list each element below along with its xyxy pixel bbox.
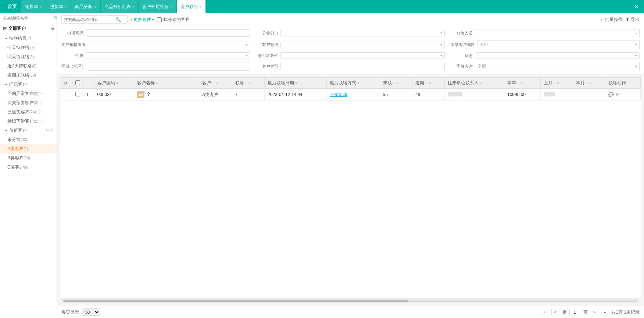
filter-row-customer-level: 客户等级 ▾ <box>256 40 445 49</box>
nav-tab-customer-segment[interactable]: 客户分层经营 × <box>139 0 176 13</box>
nav-tab-customer-segment-close[interactable]: × <box>170 5 172 9</box>
sidebar-item-7days[interactable]: 近7天待联络 (0) <box>0 61 57 71</box>
col-level[interactable]: 客户... ⇅ <box>199 78 232 89</box>
more-conditions-button[interactable]: ▾ 更多条件 ▾ <box>130 17 154 23</box>
sidebar-collapse-icon[interactable]: ◀ <box>51 26 54 31</box>
sidebar-all-customers[interactable]: ⊞ 全部客户 ◀ <box>0 23 57 34</box>
nature-select[interactable]: ▾ <box>86 52 250 59</box>
row-last-method-link[interactable]: 下销货单 <box>330 92 347 97</box>
phone-input[interactable] <box>86 29 250 37</box>
payment-select[interactable]: ▾ <box>280 52 445 59</box>
dept-select[interactable]: ▾ <box>280 30 445 36</box>
retail-attr-select[interactable]: 全部 ▾ <box>477 40 640 49</box>
batch-ops-button[interactable]: ☑ 批量操作 <box>600 17 623 23</box>
my-customer-checkbox[interactable] <box>157 17 162 22</box>
nav-tab-sales[interactable]: 销售单 × <box>21 0 46 13</box>
sidebar-search-input[interactable] <box>3 16 54 20</box>
col-name[interactable]: 客户名称 ⇅ <box>134 78 199 89</box>
churned-info-icon: ⓘ <box>37 110 40 115</box>
sidebar-item-churn-warning[interactable]: 流失预警客户 (3) ⓘ <box>0 98 57 107</box>
nav-tab-customer-contact-close[interactable]: × <box>200 5 202 9</box>
col-code[interactable]: 客户编码 ⇅ <box>94 78 134 89</box>
sidebar-item-today[interactable]: 今天待联络 (0) <box>0 43 57 52</box>
sidebar-item-tomorrow[interactable]: 明天待联络 (1) <box>0 52 57 61</box>
sidebar-item-class-c[interactable]: C类客户 (6) <box>0 163 57 172</box>
page-size-label: 每页显示 <box>61 309 79 315</box>
today-label: 今天待联络 <box>7 45 29 51</box>
global-close-button[interactable]: × <box>632 3 641 10</box>
page-size-select[interactable]: 50 100 <box>82 308 100 316</box>
sidebar-item-class-b[interactable]: B类客户 (33) <box>0 153 57 163</box>
col-this-month[interactable]: 本月... ⇅ <box>573 78 605 89</box>
row-checkbox-cell[interactable] <box>72 89 83 101</box>
sidebar-group-pending[interactable]: ▼ 待联络客户 <box>0 34 57 43</box>
sidebar-item-repurchase-abnormal[interactable]: 回购异常客户 (2) ⓘ <box>0 89 57 98</box>
sidebar-search-icon[interactable]: 🔍 <box>54 15 57 21</box>
my-customer-checkbox-wrap[interactable]: 我分管的客户 <box>157 17 190 23</box>
main-search-input[interactable] <box>64 17 115 22</box>
row-grid-icon[interactable]: ⊞ <box>616 92 620 97</box>
next-page-button[interactable]: > <box>591 309 598 315</box>
scrollbar-thumb[interactable] <box>63 300 408 302</box>
row-name-text: ? <box>147 92 150 97</box>
row-checkbox[interactable] <box>75 92 80 96</box>
nav-tab-analysis[interactable]: 商品分析 × <box>71 0 100 13</box>
select-all-checkbox[interactable] <box>75 80 80 85</box>
customer-level-select[interactable]: ▾ <box>280 42 445 48</box>
retail-customer-select[interactable]: 全部 ▾ <box>475 62 640 71</box>
sidebar-group-value[interactable]: ▼ 价值客户 ↻ ✎ <box>0 126 57 135</box>
customer-type-input[interactable] <box>280 63 445 70</box>
col-last-contact-date[interactable]: 最后联络日期 ⇅ <box>265 78 327 89</box>
col-unit-contact-label: 往来单位联系人 <box>448 80 479 86</box>
first-page-button[interactable]: « <box>541 309 548 315</box>
nav-tab-purchase-close[interactable]: × <box>65 5 67 9</box>
nav-tab-analysis-list-close[interactable]: × <box>132 5 135 9</box>
row-message-icon[interactable]: 💬 <box>608 92 614 97</box>
horizontal-scrollbar[interactable] <box>60 298 641 303</box>
nav-tab-customer-contact[interactable]: 客户联络 × <box>177 0 205 13</box>
sidebar-group-problem[interactable]: ▼ 问题客户 <box>0 80 57 89</box>
value-refresh-icon[interactable]: ↻ <box>46 128 49 133</box>
nav-home[interactable]: 首页 <box>3 0 21 13</box>
export-button[interactable]: ⬆ 导出 <box>626 17 640 23</box>
col-no-contact[interactable]: 未联... ⇅ <box>380 78 412 89</box>
sidebar-item-ungrouped[interactable]: 未分组 (32) <box>0 135 57 144</box>
scrollbar-track <box>63 300 638 302</box>
col-this-year[interactable]: 本年... ⇅ <box>504 78 540 89</box>
filter-row-region: 区域（地区） ··· <box>61 62 250 71</box>
status-select[interactable]: ▾ <box>475 52 640 59</box>
problem-arrow-icon: ▼ <box>4 83 8 86</box>
row-last-method-cell[interactable]: 下销货单 <box>327 89 380 101</box>
retail-attr-label: 零散客户属性 <box>451 42 475 47</box>
person-select[interactable]: ··· <box>475 29 640 37</box>
col-unit-contact[interactable]: 往来单位联系人 ⇅ <box>445 78 504 89</box>
col-last-contact-method[interactable]: 最后联络方式 ⇅ <box>327 78 380 89</box>
sidebar-search-area: 🔍 <box>0 13 57 23</box>
sidebar-item-overdue[interactable]: 逾期未联络 (30) <box>0 71 57 80</box>
page-number-input[interactable] <box>569 309 580 315</box>
col-settings[interactable]: ⚙ <box>60 78 72 89</box>
col-overdue[interactable]: 逾期... ⇅ <box>412 78 444 89</box>
row-overdue-cell: 48 <box>412 89 444 101</box>
last-page-button[interactable]: » <box>601 309 608 315</box>
price-level-select[interactable]: ▾ <box>88 42 250 48</box>
nav-tab-purchase[interactable]: 进货单 × <box>46 0 71 13</box>
top-nav: 首页 销售单 × 进货单 × 商品分析 × 商品分析列表 × 客户分层经营 × … <box>0 0 644 13</box>
nav-tab-analysis-list[interactable]: 商品分析列表 × <box>101 0 138 13</box>
main-search-icon[interactable]: 🔍 <box>115 17 121 22</box>
col-contact[interactable]: 联络... ⇅ <box>232 78 264 89</box>
overdue-badge: (30) <box>29 73 36 77</box>
sidebar-item-churned[interactable]: 已流失客户 (24) ⓘ <box>0 107 57 117</box>
col-checkbox[interactable] <box>72 78 83 89</box>
settings-icon[interactable]: ⚙ <box>63 81 67 86</box>
nav-tab-analysis-close[interactable]: × <box>94 5 96 9</box>
region-select[interactable]: ··· <box>88 63 250 71</box>
sidebar-item-class-a[interactable]: A类客户 (1) <box>0 144 57 153</box>
prev-page-button[interactable]: < <box>551 309 559 315</box>
col-last-month[interactable]: 上月... ⇅ <box>540 78 573 89</box>
nav-tab-sales-close[interactable]: × <box>40 5 42 9</box>
status-label: 状态 <box>451 53 473 59</box>
value-edit-icon[interactable]: ✎ <box>50 128 54 133</box>
sidebar-item-declining[interactable]: 持续下滑客户 (2) ⓘ <box>0 117 57 126</box>
class-a-label: A类客户 <box>7 146 24 152</box>
